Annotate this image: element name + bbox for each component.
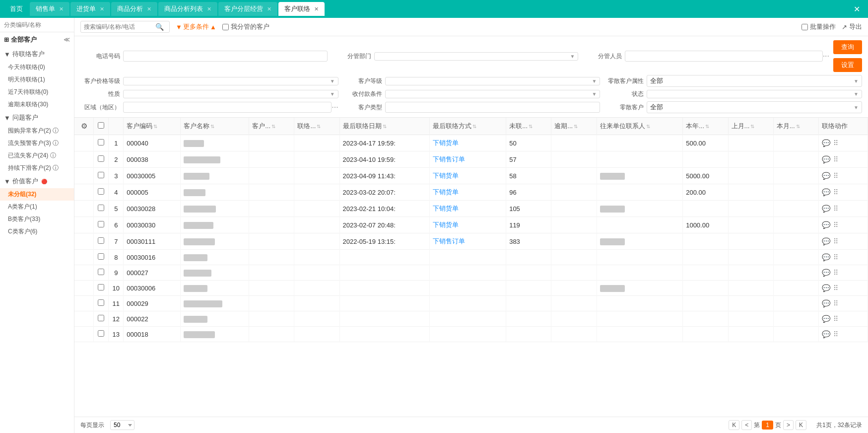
settings-icon[interactable]: ⚙ [81,122,87,130]
sidebar-item-7days[interactable]: 近7天待联络(0) [0,86,74,98]
more-conditions-btn[interactable]: ▼ 更多条件 ▲ [176,22,216,31]
nav-tab-purchase[interactable]: 进货单 ✕ [70,2,110,16]
collapse-sidebar-btn[interactable]: ≪ [64,36,70,43]
filter-search-icon[interactable]: 🔍 [155,23,164,31]
sidebar-group-problem[interactable]: ▼ 问题客户 [0,111,74,125]
col-last-contact-method[interactable]: 最后联络方式 ⇅ [430,118,506,135]
row-checkbox[interactable] [98,237,104,244]
col-unit-contact[interactable]: 往来单位联系人 ⇅ [597,118,683,135]
more-icon[interactable]: ⠿ [833,237,838,245]
row-checkbox[interactable] [98,139,104,145]
filter-retail-customer-select[interactable]: 全部 ▼ [647,101,862,113]
filter-nature-select[interactable]: ▼ [123,90,338,98]
select-all-checkbox[interactable] [98,122,104,129]
prev-page-btn[interactable]: < [741,420,752,430]
sidebar-item-lost[interactable]: 已流失客户(24) ⓘ [0,149,74,162]
close-analysis-list-tab[interactable]: ✕ [207,6,211,12]
row-checkbox[interactable] [98,315,104,321]
sidebar-item-declining[interactable]: 持续下滑客户(2) ⓘ [0,162,74,174]
last-contact-method-link[interactable]: 下销货单 [433,172,459,179]
more-icon[interactable]: ⠿ [833,315,838,323]
chat-icon[interactable]: 💬 [822,237,830,245]
nav-close-all[interactable]: ✕ [850,4,864,14]
filter-person-dots[interactable]: ··· [823,52,829,61]
filter-region-dots[interactable]: ··· [332,103,338,112]
chat-icon[interactable]: 💬 [822,172,830,180]
col-no-contact[interactable]: 未联... ⇅ [506,118,551,135]
chat-icon[interactable]: 💬 [822,299,830,307]
chat-icon[interactable]: 💬 [822,205,830,213]
last-contact-method-link[interactable]: 下销货单 [433,205,459,212]
more-icon[interactable]: ⠿ [833,284,838,292]
last-contact-method-link[interactable]: 下销货单 [433,221,459,228]
filter-customer-type-input[interactable] [385,102,601,113]
more-icon[interactable]: ⠿ [833,330,838,338]
sidebar-item-overdue[interactable]: 逾期未联络(30) [0,98,74,111]
sidebar-item-hoarding-abnormal[interactable]: 囤购异常客户(2) ⓘ [0,125,74,137]
sidebar-item-churn-warning[interactable]: 流失预警客户(3) ⓘ [0,137,74,149]
my-customers-filter[interactable]: 我分管的客户 [222,22,269,31]
close-customer-layer-tab[interactable]: ✕ [267,6,271,12]
chat-icon[interactable]: 💬 [822,253,830,261]
chat-icon[interactable]: 💬 [822,330,830,338]
filter-payment-select[interactable]: ▼ [385,90,601,98]
sidebar-item-today[interactable]: 今天待联络(0) [0,61,74,73]
more-icon[interactable]: ⠿ [833,253,838,261]
row-checkbox[interactable] [98,155,104,162]
next-page-btn[interactable]: > [783,420,794,430]
sidebar-item-tomorrow[interactable]: 明天待联络(1) [0,73,74,86]
last-page-btn[interactable]: K [796,420,806,430]
row-checkbox[interactable] [98,299,104,306]
chat-icon[interactable]: 💬 [822,315,830,323]
export-btn[interactable]: ↗ 导出 [842,22,862,31]
page-size-select[interactable]: 50 100 200 [110,420,134,430]
chat-icon[interactable]: 💬 [822,188,830,196]
col-name[interactable]: 客户名称 ⇅ [180,118,249,135]
sidebar-group-pending[interactable]: ▼ 待联络客户 [0,47,74,61]
nav-tab-customer-layer[interactable]: 客户分层经营 ✕ [218,2,277,16]
last-contact-method-link[interactable]: 下销货单 [433,139,459,146]
my-customers-checkbox[interactable] [222,24,229,30]
more-icon[interactable]: ⠿ [833,155,838,163]
filter-phone-input[interactable] [123,51,328,62]
last-contact-method-link[interactable]: 下销售订单 [433,155,465,163]
col-last-contact-date[interactable]: 最后联络日期 ⇅ [339,118,430,135]
sidebar-group-value[interactable]: ▼ 价值客户 🔴 [0,174,74,188]
close-purchase-tab[interactable]: ✕ [100,6,104,12]
filter-region-input[interactable] [123,102,332,113]
col-code[interactable]: 客户编码 ⇅ [124,118,180,135]
sidebar-search-input[interactable] [4,21,74,28]
col-type[interactable]: 客户... ⇅ [249,118,294,135]
col-last-month[interactable]: 上月... ⇅ [728,118,773,135]
row-checkbox[interactable] [98,253,104,260]
nav-tab-sales[interactable]: 销售单 ✕ [30,2,69,16]
filter-person-input[interactable] [625,51,822,62]
row-checkbox[interactable] [98,172,104,178]
chat-icon[interactable]: 💬 [822,139,830,147]
col-this-month[interactable]: 本月... ⇅ [773,118,818,135]
query-button[interactable]: 查询 [833,40,862,54]
chat-icon[interactable]: 💬 [822,221,830,229]
nav-tab-analysis[interactable]: 商品分析 ✕ [111,2,157,16]
close-sales-tab[interactable]: ✕ [59,6,64,12]
row-checkbox[interactable] [98,269,104,275]
nav-tab-customer-contact[interactable]: 客户联络 ✕ [278,2,325,16]
row-checkbox[interactable] [98,284,104,290]
more-icon[interactable]: ⠿ [833,221,838,229]
row-checkbox[interactable] [98,188,104,195]
filter-search-input[interactable] [84,23,153,30]
filter-dept-select[interactable]: ▼ [374,52,579,61]
more-icon[interactable]: ⠿ [833,139,838,147]
col-this-year[interactable]: 本年... ⇅ [683,118,728,135]
filter-customer-level-select[interactable]: ▼ [385,77,601,85]
col-settings[interactable]: ⚙ [74,118,94,135]
filter-status-select[interactable]: ▼ [647,90,862,98]
chat-icon[interactable]: 💬 [822,284,830,292]
batch-ops-checkbox[interactable] [801,24,808,30]
sidebar-item-ungroup[interactable]: 未分组(32) [0,188,74,201]
row-checkbox[interactable] [98,205,104,211]
nav-tab-home[interactable]: 首页 [4,2,29,16]
more-icon[interactable]: ⠿ [833,172,838,180]
filter-price-level-select[interactable]: ▼ [123,77,338,85]
col-overdue[interactable]: 逾期... ⇅ [551,118,597,135]
